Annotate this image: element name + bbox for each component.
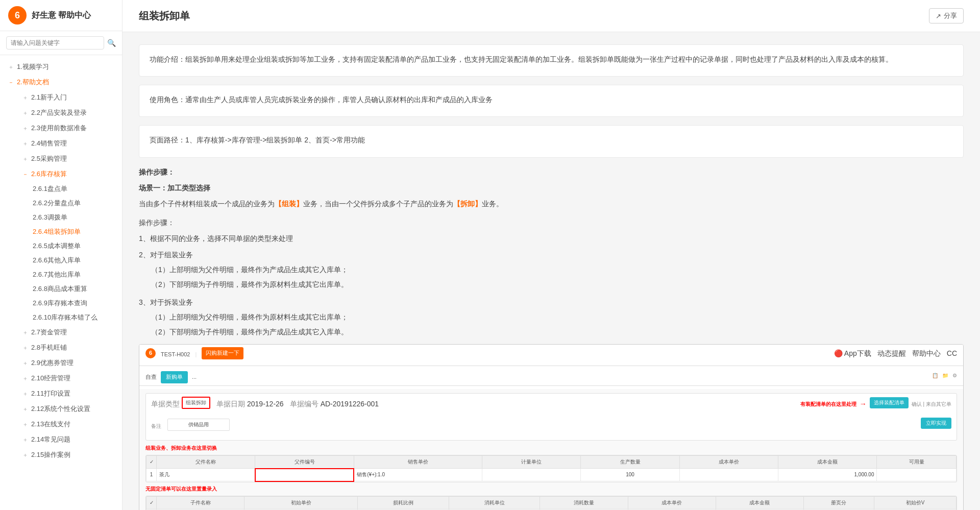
form-right-area: 有装配清单的在这里处理 → 选择装配清单 确认 | 来自其它单	[800, 397, 951, 411]
parent-td-name: 茶几	[157, 469, 255, 481]
sidebar-item-mobile[interactable]: ＋ 2.8手机旺铺	[14, 340, 122, 355]
screenshot-mockup: 6 TEST-H002 | 闪购新建一下 🔴 App下载 动态提醒 帮助中心 C…	[139, 344, 964, 510]
parent-table: ✓ 父件名称 父件编号 销售单价 计量单位 生产数量 成本单价 成本金额 可用量	[146, 455, 957, 482]
sidebar-item-docs[interactable]: － 2.帮助文档	[0, 75, 122, 90]
cth-init-price: 初始单价	[244, 496, 358, 509]
parent-td-sale-price: 销售(¥+):1.0	[354, 469, 482, 481]
sidebar-item-operation[interactable]: ＋ 2.10经营管理	[14, 371, 122, 386]
screenshot-form-section: 单据类型 组装拆卸 单据日期 2019-12-26 单据编号 AD-201912…	[145, 393, 957, 441]
sidebar-item-sales-label: 2.4销售管理	[31, 139, 67, 148]
screenshot-app-dl: 🔴 App下载	[834, 347, 871, 360]
search-input[interactable]	[6, 36, 104, 50]
sidebar-item-newbie[interactable]: ＋ 2.1新手入门	[14, 90, 122, 105]
docs-subnav: ＋ 2.1新手入门 ＋ 2.2产品安装及登录 ＋ 2.3使用前数据准备 ＋ 2.…	[0, 90, 122, 463]
path-text: 页面路径：1、库存核算->库存管理->组装拆卸单 2、首页->常用功能	[150, 134, 953, 147]
share-icon: ↗	[936, 12, 941, 20]
parent-td-check: 1	[146, 469, 157, 481]
parent-table-body: 1 茶几 销售(¥+):1.0 100 1,000.00	[146, 469, 957, 481]
plus-icon-13: ＋	[22, 421, 28, 428]
form-order-label: 单据编号	[290, 398, 318, 410]
cth-unit: 消耗单位	[449, 496, 540, 509]
parent-td-unit	[482, 469, 580, 481]
screenshot-company: TEST-H002	[161, 350, 190, 360]
sidebar-item-adjust[interactable]: 2.6.3调拨单	[24, 210, 122, 225]
form-actions: 确认 | 来自其它单	[912, 400, 951, 409]
share-button[interactable]: ↗ 分享	[929, 8, 964, 23]
annotation-null-fill-text: 无固定清单可以在这里置量录入	[145, 484, 217, 494]
sidebar-item-video[interactable]: ＋ 1.视频学习	[0, 59, 122, 75]
sidebar-item-cases[interactable]: ＋ 2.15操作案例	[14, 447, 122, 463]
sidebar-item-stocktake[interactable]: 2.6.1盘点单	[24, 182, 122, 196]
role-block: 使用角色：通常由生产人员或库管人员完成拆装业务的操作，库管人员确认原材料的出库和…	[139, 85, 964, 117]
sidebar-item-finance-label: 2.7资金管理	[31, 328, 67, 337]
sidebar-item-sysconfig[interactable]: ＋ 2.12系统个性化设置	[14, 401, 122, 417]
sidebar-item-assembly[interactable]: 2.6.4组装拆卸单	[24, 225, 122, 239]
step-2-2: （2）下部明细为子件明细，最终作为原材料生成其它出库单。	[139, 278, 964, 291]
sidebar-item-cost-reset[interactable]: 2.6.8商品成本重算	[24, 282, 122, 296]
cth-qty: 消耗数量	[540, 496, 628, 509]
sidebar-item-install[interactable]: ＋ 2.2产品安装及登录	[14, 105, 122, 120]
step-2: 2、对于组装业务	[139, 249, 964, 261]
sidebar-item-onlinepay[interactable]: ＋ 2.13在线支付	[14, 417, 122, 432]
sidebar-item-stock-query[interactable]: 2.6.9库存账本查询	[24, 296, 122, 310]
sidebar-item-faq[interactable]: ＋ 2.14常见问题	[14, 432, 122, 447]
th-sale-price: 销售单价	[354, 455, 482, 469]
screenshot-form-row2: 备注 供销品用 立即实现	[151, 418, 951, 435]
sidebar-item-other-in[interactable]: 2.6.6其他入库单	[24, 253, 122, 268]
screenshot-form-row1: 单据类型 组装拆卸 单据日期 2019-12-26 单据编号 AD-201912…	[151, 397, 951, 415]
minus-icon-2: －	[22, 171, 28, 178]
sidebar-item-operation-label: 2.10经营管理	[31, 374, 70, 383]
th-avail-qty: 可用量	[877, 455, 957, 469]
plus-icon: ＋	[8, 63, 14, 71]
sidebar-item-finance[interactable]: ＋ 2.7资金管理	[14, 325, 122, 340]
sidebar-item-inventory-label: 2.6库存核算	[31, 169, 67, 179]
sidebar-item-stock-wrong[interactable]: 2.6.10库存账本错了么	[24, 310, 122, 325]
logo-icon: 6	[8, 6, 27, 25]
sidebar-item-dataprep[interactable]: ＋ 2.3使用前数据准备	[14, 120, 122, 136]
sidebar-item-split-stock[interactable]: 2.6.2分量盘点单	[24, 196, 122, 210]
plus-icon-15: ＋	[22, 451, 28, 459]
annotation-row-subtype: 组装业务、拆卸业务在这里切换	[145, 444, 957, 453]
sidebar-item-inventory[interactable]: － 2.6库存核算	[14, 166, 122, 182]
cth-check: ✓	[146, 496, 157, 509]
screenshot-form-area: 单据类型 组装拆卸 单据日期 2019-12-26 单据编号 AD-201912…	[139, 389, 963, 510]
parent-td-cost-amt: 1,000.00	[778, 469, 877, 481]
parent-td-cost-price	[679, 469, 778, 481]
main-content: 功能介绍：组装拆卸单用来处理企业组装或拆卸等加工业务，支持有固定装配清单的产品加…	[122, 32, 980, 510]
sidebar-item-other-out[interactable]: 2.6.7其他出库单	[24, 268, 122, 282]
th-unit: 计量单位	[482, 455, 580, 469]
step-3: 3、对于拆装业务	[139, 296, 964, 309]
step-3-2: （2）下部明细为子件明细，最终作为产成品生成其它入库单。	[139, 326, 964, 338]
plus-icon-12: ＋	[22, 405, 28, 413]
form-date-label: 单据日期	[216, 398, 245, 410]
sidebar-item-print-label: 2.11打印设置	[31, 389, 70, 398]
search-button[interactable]: 🔍	[107, 39, 116, 47]
step-1: 1、根据不同的业务，选择不同单据的类型来处理	[139, 232, 964, 245]
ops-steps-title: 操作步骤：	[139, 216, 964, 229]
sidebar-item-coupon[interactable]: ＋ 2.9优惠券管理	[14, 355, 122, 371]
screenshot-logo: 6	[145, 348, 156, 358]
plus-icon-6: ＋	[22, 155, 28, 163]
form-note-label: 备注	[151, 422, 161, 431]
intro-text: 功能介绍：组装拆卸单用来处理企业组装或拆卸等加工业务，支持有固定装配清单的产品加…	[150, 53, 953, 66]
plus-icon-3: ＋	[22, 109, 28, 117]
parent-td-code	[255, 469, 354, 481]
cth-name: 子件名称	[157, 496, 244, 509]
parent-table-row-1: 1 茶几 销售(¥+):1.0 100 1,000.00	[146, 469, 957, 481]
step-3-1: （1）上部明细为父件明细，最终作为原材料生成其它出库单；	[139, 311, 964, 324]
cth-loss: 损耗比例	[357, 496, 449, 509]
ops-title: 操作步骤：	[139, 166, 964, 179]
sidebar-item-print[interactable]: ＋ 2.11打印设置	[14, 386, 122, 401]
form-type-label: 单据类型	[151, 398, 180, 410]
sidebar-item-cost-adjust[interactable]: 2.6.5成本调整单	[24, 239, 122, 253]
ops-section: 操作步骤： 场景一：加工类型选择 当由多个子件材料组装成一个成品的业务为【组装】…	[139, 166, 964, 510]
role-text: 使用角色：通常由生产人员或库管人员完成拆装业务的操作，库管人员确认原材料的出库和…	[150, 93, 953, 106]
sidebar-item-sales[interactable]: ＋ 2.4销售管理	[14, 136, 122, 151]
child-table-header-row: ✓ 子件名称 初始单价 损耗比例 消耗单位 消耗数量 成本单价 成本金额 册页分	[146, 496, 957, 509]
parent-table-head: ✓ 父件名称 父件编号 销售单价 计量单位 生产数量 成本单价 成本金额 可用量	[146, 455, 957, 469]
plus-icon-8: ＋	[22, 344, 28, 352]
sidebar-item-purchase[interactable]: ＋ 2.5采购管理	[14, 151, 122, 166]
cth-init-v: 初始价V	[874, 496, 957, 509]
form-type-val: 组装拆卸	[182, 397, 210, 409]
plus-icon-2: ＋	[22, 94, 28, 102]
